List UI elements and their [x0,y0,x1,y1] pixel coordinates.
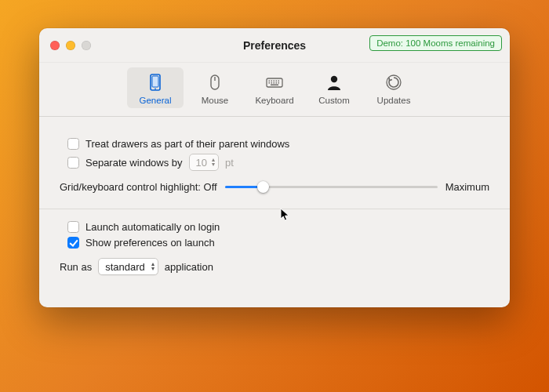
separate-windows-label: Separate windows by [85,157,183,169]
svg-rect-1 [152,76,158,87]
tab-label: Mouse [202,96,229,105]
stepper-value: 10 [196,157,207,169]
separate-windows-stepper[interactable]: 10 ▴▾ [189,154,219,171]
keyboard-icon [264,72,285,93]
treat-drawers-checkbox[interactable] [67,138,79,150]
highlight-row: Grid/keyboard control highlight: Off Max… [60,180,489,193]
svg-rect-14 [276,82,278,84]
separate-windows-row: Separate windows by 10 ▴▾ pt [60,154,489,171]
highlight-label: Grid/keyboard control highlight: Off [60,181,217,193]
tab-updates[interactable]: Updates [365,67,422,108]
tab-mouse[interactable]: Mouse [187,67,243,108]
separate-windows-checkbox[interactable] [67,157,79,169]
slider-thumb[interactable] [257,181,269,193]
demo-badge: Demo: 100 Mooms remaining [369,35,502,51]
window-controls [39,41,91,50]
svg-rect-8 [274,81,275,82]
svg-rect-13 [274,82,275,84]
stepper-arrows-icon: ▴▾ [212,158,215,167]
tab-custom[interactable]: Custom [306,67,362,108]
mouse-icon [205,72,225,93]
show-prefs-label: Show preferences on launch [85,237,215,249]
content-general: Treat drawers as part of their parent wi… [39,117,510,307]
svg-rect-7 [271,81,273,82]
select-arrows-icon: ▴▾ [151,262,155,271]
tab-label: Updates [377,96,411,105]
run-as-suffix: application [165,261,213,273]
run-as-select[interactable]: standard ▴▾ [98,258,158,275]
divider [39,209,510,209]
treat-drawers-row[interactable]: Treat drawers as part of their parent wi… [60,138,489,150]
tab-general[interactable]: General [127,67,184,108]
refresh-icon [384,72,404,93]
launch-on-login-row[interactable]: Launch automatically on login [60,221,489,233]
launch-on-login-label: Launch automatically on login [85,221,220,233]
svg-rect-12 [271,82,273,84]
tab-keyboard[interactable]: Keyboard [246,67,303,108]
minimize-icon[interactable] [66,41,75,50]
general-icon [145,72,165,93]
svg-rect-16 [271,85,278,86]
tab-label: General [140,96,172,105]
tab-label: Custom [318,96,350,105]
run-as-prefix: Run as [60,261,92,273]
person-icon [324,72,344,93]
svg-point-17 [331,76,337,82]
highlight-max-label: Maximum [445,181,489,193]
svg-rect-15 [278,82,280,84]
prefs-toolbar: General Mouse Keyboard [39,63,510,117]
svg-rect-10 [278,81,280,82]
separate-windows-unit: pt [225,157,234,169]
run-as-value: standard [105,261,145,273]
highlight-slider[interactable] [225,180,438,193]
svg-rect-9 [276,81,278,82]
launch-on-login-checkbox[interactable] [67,221,79,233]
svg-rect-6 [269,81,271,82]
titlebar: Preferences Demo: 100 Mooms remaining [39,28,510,63]
show-prefs-checkbox[interactable] [67,237,79,249]
show-prefs-row[interactable]: Show preferences on launch [60,237,489,249]
svg-point-2 [155,88,156,89]
preferences-window: Preferences Demo: 100 Mooms remaining Ge… [39,28,510,307]
close-icon[interactable] [50,41,60,50]
treat-drawers-label: Treat drawers as part of their parent wi… [85,138,289,150]
run-as-row: Run as standard ▴▾ application [60,258,489,275]
svg-rect-11 [269,82,271,84]
zoom-icon [82,41,91,50]
tab-label: Keyboard [255,96,293,105]
